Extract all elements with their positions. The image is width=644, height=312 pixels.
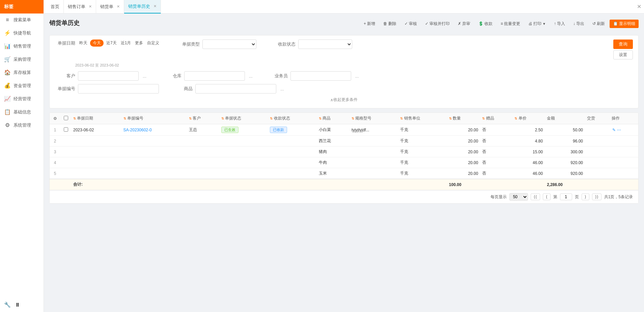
show-detail-button[interactable]: 📋 显示明细 (610, 20, 639, 28)
col-date[interactable]: ⇅ 单据日期 (71, 113, 121, 124)
search-menu-icon: ≡ (4, 17, 11, 23)
first-page-btn[interactable]: ⟨⟨ (531, 193, 540, 200)
page-number-input[interactable] (560, 193, 572, 200)
row-unit: 千克 (398, 168, 447, 179)
date-btn-yesterday[interactable]: 昨天 (78, 40, 89, 47)
collect-status-select[interactable] (298, 40, 352, 49)
col-unit[interactable]: ⇅ 销售单位 (398, 113, 447, 124)
last-page-btn[interactable]: ⟩⟩ (592, 193, 601, 200)
add-button[interactable]: + 新增 (360, 20, 379, 28)
warehouse-input[interactable] (184, 71, 245, 81)
prev-page-btn[interactable]: ⟨ (543, 193, 551, 200)
goods-dots[interactable]: ... (279, 86, 285, 92)
col-qty[interactable]: ⇅ 数量 (447, 113, 480, 124)
sidebar-pause-btn[interactable]: ⏸ (13, 300, 22, 309)
col-goods[interactable]: ⇅ 商品 (317, 113, 349, 124)
more-btn[interactable]: ⋯ (616, 128, 622, 132)
row-spec: tyjyjtyjdf... (349, 124, 398, 136)
date-btn-today[interactable]: 今天 (90, 40, 104, 47)
refresh-button[interactable]: ↺ 刷新 (589, 20, 608, 28)
sidebar-item-sales-mgmt[interactable]: 📊 销售管理 (0, 40, 44, 53)
col-doc-status[interactable]: ⇅ 单据状态 (219, 113, 268, 124)
row-unit: 千克 (398, 136, 447, 147)
doc-no-input[interactable] (78, 84, 159, 94)
tab-sales-order-close[interactable]: ✕ (89, 4, 92, 9)
row-spec (349, 147, 398, 157)
col-price[interactable]: ⇅ 单价 (512, 113, 545, 124)
import-button[interactable]: ↑ 导入 (551, 20, 568, 28)
sidebar-item-search-menu[interactable]: ≡ 搜索菜单 (0, 14, 44, 26)
audit-button[interactable]: ✓ 审核 (401, 20, 420, 28)
audit-print-button[interactable]: ✓ 审核并打印 (422, 20, 453, 28)
staff-dots[interactable]: ... (354, 74, 360, 79)
page-title: 销货单历史 (49, 19, 80, 27)
abandon-button[interactable]: ✗ 弃审 (454, 20, 474, 28)
col-doc-no[interactable]: ⇅ 单据编号 (121, 113, 187, 124)
export-button[interactable]: ↓ 导出 (570, 20, 588, 28)
collect-button[interactable]: 💲 收款 (475, 20, 496, 28)
row-unit: 千克 (398, 157, 447, 168)
page-unit: 页 (575, 194, 579, 200)
tab-sales-goods-close[interactable]: ✕ (117, 4, 120, 9)
doc-no-link[interactable]: SA-20230602-0 (123, 128, 152, 132)
staff-input[interactable] (290, 71, 351, 81)
sidebar-item-purchase-mgmt[interactable]: 🛒 采购管理 (0, 53, 44, 66)
row-spec (349, 157, 398, 168)
date-btn-custom[interactable]: 自定义 (146, 40, 161, 47)
sidebar-item-basic-info[interactable]: 📋 基础信息 (0, 105, 44, 119)
sort-icon: ⇅ (319, 116, 321, 120)
date-btn-7days[interactable]: 近7天 (105, 40, 118, 47)
collect-icon: 💲 (478, 21, 483, 26)
tab-home[interactable]: 首页 (47, 0, 64, 14)
purchase-icon: 🛒 (4, 56, 11, 62)
customer-dots[interactable]: ... (141, 74, 148, 79)
delete-button[interactable]: 🗑 删除 (380, 20, 400, 28)
tab-bar-close-all[interactable]: ✕ (637, 3, 641, 10)
tab-sales-order[interactable]: 销售订单 ✕ (64, 0, 96, 14)
row-doc-no (121, 147, 187, 157)
query-button[interactable]: 查询 (613, 40, 633, 49)
customer-input[interactable] (78, 71, 139, 81)
tab-sales-history[interactable]: 销货单历史 ✕ (124, 0, 161, 14)
row-unit: 千克 (398, 124, 447, 136)
per-page-select[interactable]: 50 100 200 (509, 193, 528, 201)
sidebar-item-quick-nav[interactable]: ⚡ 快捷导航 (0, 26, 44, 40)
print-button[interactable]: 🖨 打印 ▼ (525, 20, 549, 28)
col-gift[interactable]: ⇅ 赠品 (480, 113, 512, 124)
row-customer: 王总 (187, 124, 219, 136)
system-icon: ⚙ (4, 122, 11, 128)
row-customer (187, 136, 219, 147)
row-customer (187, 157, 219, 168)
row-customer (187, 168, 219, 179)
row-gift: 否 (480, 136, 512, 147)
goods-input[interactable] (195, 84, 276, 94)
date-btn-1month[interactable]: 近1月 (119, 40, 133, 47)
row-qty: 20.00 (447, 136, 480, 147)
batch-change-button[interactable]: ≡ 批量变更 (497, 20, 524, 28)
select-all-checkbox[interactable] (64, 116, 68, 120)
tab-home-label: 首页 (51, 4, 59, 10)
next-page-btn[interactable]: ⟩ (582, 193, 589, 200)
filter-settings-button[interactable]: 设置 (613, 50, 633, 59)
tab-sales-history-close[interactable]: ✕ (153, 4, 157, 8)
doc-type-select[interactable] (202, 40, 256, 49)
warehouse-dots[interactable]: ... (248, 74, 254, 79)
collapse-filter-button[interactable]: ∧ 收起更多条件 (55, 96, 633, 104)
row-select-checkbox[interactable] (64, 127, 68, 132)
date-btn-more[interactable]: 更多 (134, 40, 144, 47)
edit-btn[interactable]: ✎ (612, 128, 616, 132)
row-date (71, 147, 121, 157)
row-checkbox (60, 147, 71, 157)
sidebar-settings-btn[interactable]: 🔧 (3, 300, 12, 309)
col-settings[interactable]: ⚙ (50, 113, 60, 124)
tab-sales-goods[interactable]: 销货单 ✕ (96, 0, 124, 14)
sidebar-item-operations[interactable]: 📈 经营管理 (0, 92, 44, 105)
sidebar-item-finance[interactable]: 💰 资金管理 (0, 79, 44, 92)
sidebar-item-inventory[interactable]: 🏠 库存核算 (0, 66, 44, 79)
date-range-text: 2023-06-02 至 2023-06-02 (75, 63, 119, 68)
doc-no-label: 单据编号 (55, 86, 75, 92)
col-spec[interactable]: ⇅ 规格型号 (349, 113, 398, 124)
sidebar-item-system-mgmt[interactable]: ⚙ 系统管理 (0, 119, 44, 132)
col-collect-status[interactable]: ⇅ 收款状态 (268, 113, 316, 124)
col-customer[interactable]: ⇅ 客户 (187, 113, 219, 124)
